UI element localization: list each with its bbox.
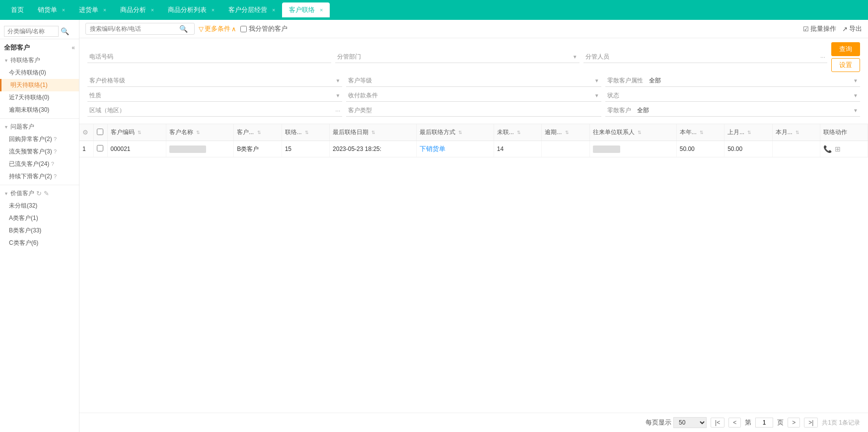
nav-product-analysis[interactable]: 商品分析 × xyxy=(113,2,161,17)
sort-person-icon[interactable]: ⇅ xyxy=(638,130,642,135)
search-icon[interactable]: 🔍 xyxy=(179,25,188,33)
search-input-wrap: 🔍 xyxy=(85,23,195,35)
sidebar-search-icon[interactable]: 🔍 xyxy=(61,27,69,35)
sidebar-item-overdue[interactable]: 逾期未联络(30) xyxy=(0,104,79,116)
sort-method-icon[interactable]: ⇅ xyxy=(458,130,462,135)
export-button[interactable]: ↗ 导出 xyxy=(842,24,862,33)
col-checkbox xyxy=(93,124,107,141)
all-customers-section[interactable]: 全部客户 « xyxy=(0,41,79,54)
sort-type-icon[interactable]: ⇅ xyxy=(257,130,261,135)
nav-product-analysis-close[interactable]: × xyxy=(151,7,154,13)
filter-manager-label: 分管人员 xyxy=(585,53,609,61)
search-input[interactable] xyxy=(90,25,179,32)
page-input[interactable] xyxy=(755,418,773,428)
nature-dropdown-icon: ▼ xyxy=(335,93,340,98)
row-this-year: 50.00 xyxy=(676,141,724,157)
row-select-checkbox[interactable] xyxy=(97,145,103,151)
prev-page-button[interactable]: < xyxy=(728,418,741,428)
sort-overdue-icon[interactable]: ⇅ xyxy=(565,130,569,135)
filter-status-label: 状态 xyxy=(607,91,619,100)
sidebar-item-churned[interactable]: 已流失客户(24) ? xyxy=(0,158,79,170)
filter-customer-grade-label: 客户等级 xyxy=(348,76,372,85)
nav-product-analysis-list[interactable]: 商品分析列表 × xyxy=(161,2,221,17)
top-navigation: 首页 销货单 × 进货单 × 商品分析 × 商品分析列表 × 客户分层经营 × … xyxy=(0,0,868,20)
row-name: ████████ xyxy=(166,141,233,157)
sidebar-item-class-b[interactable]: B类客户(33) xyxy=(0,224,79,237)
action-phone-icon[interactable]: 📞 xyxy=(823,145,832,153)
per-page-select[interactable]: 50 100 200 xyxy=(673,417,707,428)
sidebar-item-churn-warning[interactable]: 流失预警客户(3) ? xyxy=(0,145,79,158)
batch-operation-button[interactable]: ☑ 批量操作 xyxy=(803,24,836,33)
my-customers-checkbox[interactable] xyxy=(240,26,247,32)
filter-scattered-attr[interactable]: 零散客户属性 全部 ▼ xyxy=(605,75,860,87)
filter-btn-label: 更多条件 xyxy=(205,24,230,33)
sidebar-item-class-a[interactable]: A类客户(1) xyxy=(0,212,79,224)
filter-customer-type[interactable]: 客户类型 xyxy=(346,105,601,117)
table-header: ⚙ 客户编码 ⇅ 客户名称 ⇅ 客户... ⇅ 联络... ⇅ 最后联络日期 ⇅… xyxy=(79,124,868,141)
sort-contact-icon[interactable]: ⇅ xyxy=(305,130,309,135)
filter-nature-label: 性质 xyxy=(89,91,101,100)
nav-product-analysis-list-close[interactable]: × xyxy=(212,7,215,13)
nav-customer-layering-close[interactable]: × xyxy=(272,7,275,13)
sort-date-icon[interactable]: ⇅ xyxy=(371,130,375,135)
sidebar-item-repurchase-abnormal[interactable]: 回购异常客户(2) ? xyxy=(0,133,79,145)
next-page-button[interactable]: > xyxy=(788,418,800,428)
scattered-attr-value: 全部 xyxy=(649,76,661,85)
sort-code-icon[interactable]: ⇅ xyxy=(138,130,142,135)
sort-lastmonth-icon[interactable]: ⇅ xyxy=(747,130,751,135)
filter-price-level[interactable]: 客户价格等级 ▼ xyxy=(87,75,342,87)
sidebar-item-ungrouped[interactable]: 未分组(32) xyxy=(0,200,79,212)
filter-panel: 电话号码 分管部门 ▼ 分管人员 ··· 查询 设置 客户价格等级 xyxy=(79,38,868,124)
nav-sales-close[interactable]: × xyxy=(62,7,65,13)
nav-sales[interactable]: 销货单 × xyxy=(31,2,72,17)
row-overdue xyxy=(542,141,589,157)
nav-purchase[interactable]: 进货单 × xyxy=(72,2,113,17)
filter-region[interactable]: 区域（地区） ··· xyxy=(87,105,342,117)
collapse-sidebar-icon[interactable]: « xyxy=(72,44,75,51)
first-page-button[interactable]: |< xyxy=(711,418,724,428)
main-layout: 🔍 全部客户 « 待联络客户 今天待联络(0) 明天待联络(1) 近7天待联络(… xyxy=(0,20,868,432)
filter-icon: ▽ xyxy=(199,25,204,33)
filter-manager[interactable]: 分管人员 ··· xyxy=(583,51,827,63)
total-info: 共1页 1条记录 xyxy=(822,419,860,427)
filter-customer-grade[interactable]: 客户等级 ▼ xyxy=(346,75,601,87)
customer-table: ⚙ 客户编码 ⇅ 客户名称 ⇅ 客户... ⇅ 联络... ⇅ 最后联络日期 ⇅… xyxy=(79,124,868,157)
action-grid-icon[interactable]: ⊞ xyxy=(835,145,841,153)
filter-scattered-customer[interactable]: 零散客户 全部 ▼ xyxy=(605,105,860,117)
filter-nature[interactable]: 性质 ▼ xyxy=(87,90,342,102)
last-page-button[interactable]: >| xyxy=(804,418,818,428)
nav-customer-contact-close[interactable]: × xyxy=(320,7,323,13)
sort-name-icon[interactable]: ⇅ xyxy=(196,130,200,135)
row-last-month: 50.00 xyxy=(724,141,772,157)
filter-dept[interactable]: 分管部门 ▼ xyxy=(335,51,579,63)
filter-phone[interactable]: 电话号码 xyxy=(87,51,331,63)
nav-purchase-close[interactable]: × xyxy=(103,7,106,13)
sidebar-search-input[interactable] xyxy=(4,26,59,37)
search-bar-actions: ☑ 批量操作 ↗ 导出 xyxy=(803,24,862,33)
filter-payment[interactable]: 收付款条件 ▼ xyxy=(346,90,601,102)
sidebar-item-7days[interactable]: 近7天待联络(0) xyxy=(0,91,79,104)
nav-customer-contact[interactable]: 客户联络 × xyxy=(282,2,330,17)
query-button[interactable]: 查询 xyxy=(831,42,860,56)
col-settings[interactable]: ⚙ xyxy=(79,124,93,141)
row-method-link[interactable]: 下销货单 xyxy=(420,145,445,152)
sidebar-item-today[interactable]: 今天待联络(0) xyxy=(0,67,79,79)
sidebar-item-class-c[interactable]: C类客户(6) xyxy=(0,237,79,249)
filter-status[interactable]: 状态 ▼ xyxy=(605,90,860,102)
sort-thisyear-icon[interactable]: ⇅ xyxy=(700,130,704,135)
sidebar-group-value: 价值客户 ↻ ✎ xyxy=(0,187,79,200)
sidebar-item-tomorrow[interactable]: 明天待联络(1) xyxy=(0,79,79,91)
nav-customer-layering[interactable]: 客户分层经营 × xyxy=(221,2,282,17)
search-bar: 🔍 ▽ 更多条件 ∧ 我分管的客户 ☑ 批量操作 ↗ 导出 xyxy=(79,20,868,38)
filter-payment-label: 收付款条件 xyxy=(348,91,378,100)
nav-home[interactable]: 首页 xyxy=(4,2,31,17)
chevron-up-icon: ∧ xyxy=(231,25,236,33)
table-settings-icon[interactable]: ⚙ xyxy=(82,129,88,136)
sort-unlisted-icon[interactable]: ⇅ xyxy=(517,130,521,135)
sidebar-item-declining[interactable]: 持续下滑客户(2) ? xyxy=(0,170,79,183)
settings-button[interactable]: 设置 xyxy=(831,58,860,72)
more-filter-button[interactable]: ▽ 更多条件 ∧ xyxy=(199,24,236,33)
sort-thismonth-icon[interactable]: ⇅ xyxy=(796,130,799,135)
select-all-checkbox[interactable] xyxy=(97,129,103,135)
filter-dept-label: 分管部门 xyxy=(337,53,361,61)
